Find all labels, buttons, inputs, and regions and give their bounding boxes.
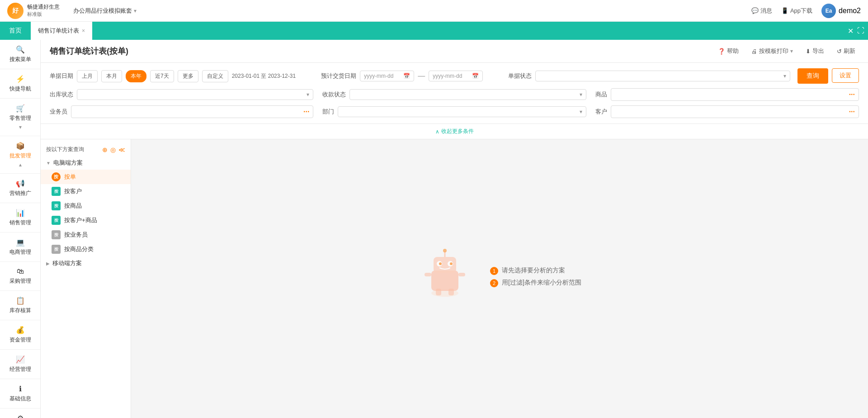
sidebar-item-search[interactable]: 🔍 搜索菜单 (0, 40, 40, 69)
chevron-icon: ▴ (19, 162, 22, 168)
sidebar-item-label: 经营管理 (9, 366, 31, 373)
refresh-button[interactable]: ↺ 刷新 (833, 45, 859, 57)
more-icon[interactable]: ··· (849, 108, 855, 116)
payment-select[interactable]: ▾ (349, 89, 586, 100)
message-icon: 💬 (751, 7, 759, 14)
sidebar-item-inventory[interactable]: 📋 库存核算 (0, 291, 40, 320)
operations-icon: 📈 (16, 355, 25, 364)
payment-label: 收款状态 (322, 90, 346, 99)
salesperson-select[interactable]: ··· (71, 105, 313, 118)
sidebar-item-marketing[interactable]: 📢 营销推广 (0, 174, 40, 203)
sidebar-item-label: 电商管理 (9, 248, 31, 256)
date-range-display: 2023-01-01 至 2023-12-31 (232, 72, 296, 80)
message-btn[interactable]: 💬 消息 (751, 7, 772, 15)
logo-area: 好 畅捷通好生意 标准版 (7, 3, 60, 19)
sidebar-item-ecommerce[interactable]: 💻 电商管理 (0, 233, 40, 262)
purchase-icon: 🛍 (17, 267, 24, 276)
add-solution-icon[interactable]: ⊕ (102, 146, 108, 153)
goods-select[interactable]: ··· (611, 88, 859, 101)
department-label: 部门 (322, 108, 334, 116)
sidebar-item-quick-nav[interactable]: ⚡ 快捷导航 (0, 69, 40, 99)
solution-item-by-customer[interactable]: 按 按客户 (41, 184, 131, 199)
more-icon[interactable]: ··· (303, 108, 309, 116)
delivery-select[interactable]: ▾ (77, 89, 313, 100)
tab-bar-actions: ✕ ⛶ (848, 27, 868, 35)
chevron-down-icon: ▾ (580, 109, 582, 115)
quick-nav-icon: ⚡ (16, 75, 25, 83)
template-print-button[interactable]: 🖨 按模板打印 ▾ (748, 45, 797, 57)
solution-header-label: 按以下方案查询 (46, 146, 84, 153)
solution-item-by-goods[interactable]: 按 按商品 (41, 199, 131, 213)
customer-select[interactable]: ··· (611, 105, 859, 118)
by-cat-icon: 按 (52, 245, 61, 254)
sidebar-item-sales[interactable]: 📊 销售管理 (0, 203, 40, 233)
query-button[interactable]: 查询 (797, 68, 828, 84)
sidebar-item-operations[interactable]: 📈 经营管理 (0, 350, 40, 379)
top-bar-right: 💬 消息 📱 App下载 Ea demo2 (751, 4, 861, 18)
tab-sales-statistics[interactable]: 销售订单统计表 × (31, 22, 92, 40)
sidebar-item-label: 资金管理 (9, 336, 31, 344)
by-cg-icon: 按 (52, 216, 61, 225)
status-select[interactable]: ▾ (535, 71, 790, 81)
department-select[interactable]: ▾ (338, 106, 586, 117)
date-btn-this-year[interactable]: 本年 (126, 70, 146, 82)
top-bar: 好 畅捷通好生意 标准版 办公用品行业模拟账套 ▾ 💬 消息 📱 App下载 E… (0, 0, 868, 22)
date-btn-last-month[interactable]: 上月 (77, 70, 98, 82)
expected-date-end[interactable]: yyyy-mm-dd 📅 (429, 71, 483, 81)
solution-item-label: 按单 (64, 173, 76, 181)
sidebar-item-retail[interactable]: 🛒 零售管理 ▾ (0, 99, 40, 136)
export-button[interactable]: ⬇ 导出 (802, 45, 828, 57)
tab-close-icon[interactable]: × (82, 28, 85, 34)
logo-text-wrap: 畅捷通好生意 标准版 (27, 4, 60, 18)
chevron-down-icon: ▾ (783, 73, 786, 79)
date-btn-more[interactable]: 更多 (178, 70, 198, 82)
expected-date-start[interactable]: yyyy-mm-dd 📅 (360, 71, 414, 81)
settings-button[interactable]: 设置 (832, 68, 859, 83)
date-btn-7days[interactable]: 近7天 (150, 70, 174, 82)
calendar-icon: 📅 (403, 73, 410, 79)
tip-text-2: 用[过滤]条件来缩小分析范围 (502, 279, 581, 287)
svg-rect-2 (434, 257, 456, 273)
solution-item-label: 按客户+商品 (64, 216, 97, 224)
solution-item-by-salesperson[interactable]: 按 按业务员 (41, 228, 131, 242)
sidebar-item-system[interactable]: ⚙ 系统管理 (0, 408, 40, 418)
app-download-btn[interactable]: 📱 App下载 (781, 7, 812, 15)
solution-group-pc-header[interactable]: ▼ 电脑端方案 (41, 156, 131, 170)
tip-num-1: 1 (490, 267, 498, 275)
help-button[interactable]: ❓ 帮助 (714, 45, 742, 57)
solution-item-by-customer-goods[interactable]: 按 按客户+商品 (41, 213, 131, 228)
chevron-down-icon: ▾ (134, 8, 137, 14)
solution-item-label: 按商品分类 (64, 245, 94, 253)
sidebar-item-wholesale[interactable]: 📦 批发管理 ▴ (0, 136, 40, 174)
sidebar-item-basic-info[interactable]: ℹ 基础信息 (0, 379, 40, 408)
solution-header: 按以下方案查询 ⊕ ◎ ≪ (41, 143, 131, 156)
sidebar-item-finance[interactable]: 💰 资金管理 (0, 320, 40, 350)
tab-home[interactable]: 首页 (0, 22, 31, 40)
window-expand-icon[interactable]: ⛶ (857, 27, 864, 35)
logo-sub: 标准版 (27, 11, 60, 18)
date-btn-this-month[interactable]: 本月 (101, 70, 122, 82)
refresh-icon: ↺ (837, 48, 842, 55)
company-selector[interactable]: 办公用品行业模拟账套 ▾ (73, 7, 137, 15)
search-icon: 🔍 (16, 45, 25, 54)
arrow-right-icon: ▶ (46, 261, 50, 266)
tab-bar: 首页 销售订单统计表 × ✕ ⛶ (0, 22, 868, 40)
svg-rect-11 (436, 289, 441, 295)
solution-item-by-order[interactable]: 按 按单 (41, 170, 131, 184)
user-area[interactable]: Ea demo2 (821, 4, 861, 18)
collapse-solution-icon[interactable]: ≪ (118, 146, 125, 153)
settings-solution-icon[interactable]: ◎ (110, 146, 116, 153)
window-close-icon[interactable]: ✕ (848, 27, 854, 35)
filter-inner: 单据日期 上月 本月 本年 近7天 更多 自定义 2023-01-01 至 20… (41, 63, 868, 124)
group-label: 移动端方案 (52, 259, 82, 267)
by-sp-icon: 按 (52, 230, 61, 239)
more-icon[interactable]: ··· (849, 90, 855, 99)
solution-item-by-category[interactable]: 按 按商品分类 (41, 242, 131, 256)
collapse-button[interactable]: ∧ 收起更多条件 (41, 124, 868, 139)
solution-group-mobile-header[interactable]: ▶ 移动端方案 (41, 256, 131, 270)
date-btn-custom[interactable]: 自定义 (202, 70, 228, 82)
sidebar-item-purchase[interactable]: 🛍 采购管理 (0, 262, 40, 291)
sidebar-item-label: 快捷导航 (9, 85, 31, 93)
tab-label: 销售订单统计表 (38, 27, 79, 35)
sidebar-item-label: 采购管理 (9, 277, 31, 285)
